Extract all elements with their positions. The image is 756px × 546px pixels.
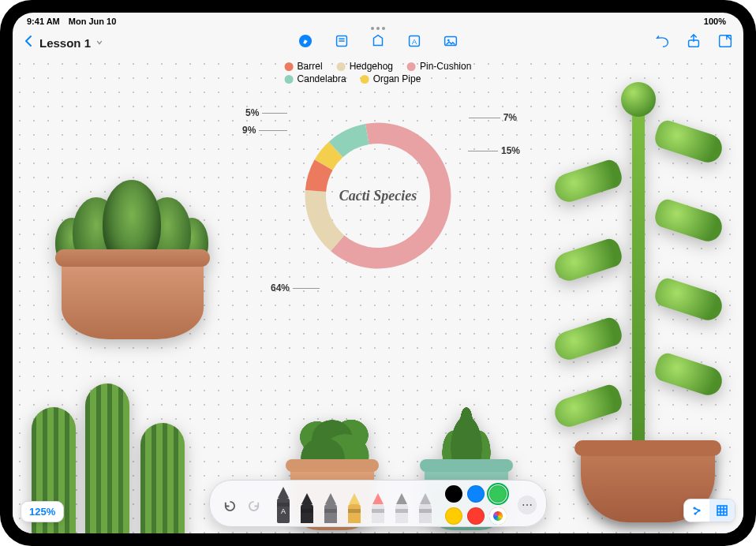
chart-data-label: 5% xyxy=(245,107,287,118)
chart-data-label: 64% xyxy=(271,282,320,294)
image-barrel-cactus[interactable] xyxy=(41,103,223,339)
text-tool-button[interactable]: A xyxy=(406,32,423,53)
legend-item: Pin-Cushion xyxy=(407,60,471,73)
chart-data-label: 9% xyxy=(242,125,287,136)
crayon-tool[interactable] xyxy=(346,492,363,523)
legend-item: Candelabra xyxy=(285,73,346,85)
note-tool-button[interactable] xyxy=(333,32,350,53)
grid-view-button[interactable] xyxy=(709,499,735,522)
undo-button[interactable] xyxy=(653,32,671,53)
drawing-tall-succulent[interactable] xyxy=(548,80,729,522)
back-button[interactable] xyxy=(22,35,35,50)
dock-more-button[interactable]: ⋯ xyxy=(518,496,537,514)
svg-text:A: A xyxy=(412,38,417,46)
color-swatch[interactable] xyxy=(467,507,485,525)
svg-rect-15 xyxy=(717,506,727,515)
board-title[interactable]: Lesson 1 xyxy=(39,36,91,50)
eraser-tool[interactable] xyxy=(393,492,410,523)
share-button[interactable] xyxy=(685,32,702,53)
color-picker-button[interactable] xyxy=(489,507,507,525)
canvas[interactable]: Barrel Hedgehog Pin-Cushion Candelabra O… xyxy=(13,57,743,533)
status-time: 9:41 AM xyxy=(27,17,60,26)
chart-legend: Barrel Hedgehog Pin-Cushion Candelabra O… xyxy=(285,60,472,85)
pen-tool-picker: A xyxy=(275,487,434,523)
title-menu-chevron-icon[interactable] xyxy=(95,36,103,50)
color-swatch[interactable] xyxy=(489,485,507,503)
status-battery-text: 100% xyxy=(704,17,726,26)
dock-undo-button[interactable] xyxy=(219,496,238,514)
navigator-view-button[interactable] xyxy=(684,499,709,522)
pen-tool[interactable] xyxy=(298,492,316,523)
dock-redo-button[interactable] xyxy=(245,496,264,514)
color-swatch[interactable] xyxy=(445,485,462,503)
zoom-level[interactable]: 125% xyxy=(21,501,64,522)
chart-title: Cacti Species xyxy=(339,188,417,204)
marker-tool[interactable] xyxy=(369,492,387,523)
media-tool-button[interactable] xyxy=(442,32,459,53)
drawing-dock: A ⋯ xyxy=(209,480,547,527)
chart-data-label: 7% xyxy=(469,112,517,123)
color-swatch[interactable] xyxy=(467,485,485,503)
donut-chart[interactable]: Cacti Species 7% 15% 64% 9% 5% xyxy=(275,109,481,282)
shape-tool-button[interactable] xyxy=(369,32,387,53)
chart-data-label: 15% xyxy=(468,145,520,156)
legend-item: Hedgehog xyxy=(337,60,393,73)
status-date: Mon Jun 10 xyxy=(69,17,117,26)
draw-tool-button[interactable] xyxy=(297,32,314,53)
color-palette xyxy=(445,485,507,525)
ruler-tool[interactable] xyxy=(417,492,434,523)
view-mode-toggle xyxy=(683,499,735,522)
legend-item: Organ Pipe xyxy=(361,73,421,85)
pencil-tool[interactable] xyxy=(322,492,339,523)
status-bar: 9:41 AM Mon Jun 10 100% xyxy=(13,13,743,28)
color-swatch[interactable] xyxy=(445,507,462,525)
svg-rect-11 xyxy=(720,36,732,47)
app-toolbar: Lesson 1 A xyxy=(13,28,743,57)
legend-item: Barrel xyxy=(285,60,323,73)
pen-tool[interactable]: A xyxy=(275,487,292,523)
new-board-button[interactable] xyxy=(717,32,734,53)
